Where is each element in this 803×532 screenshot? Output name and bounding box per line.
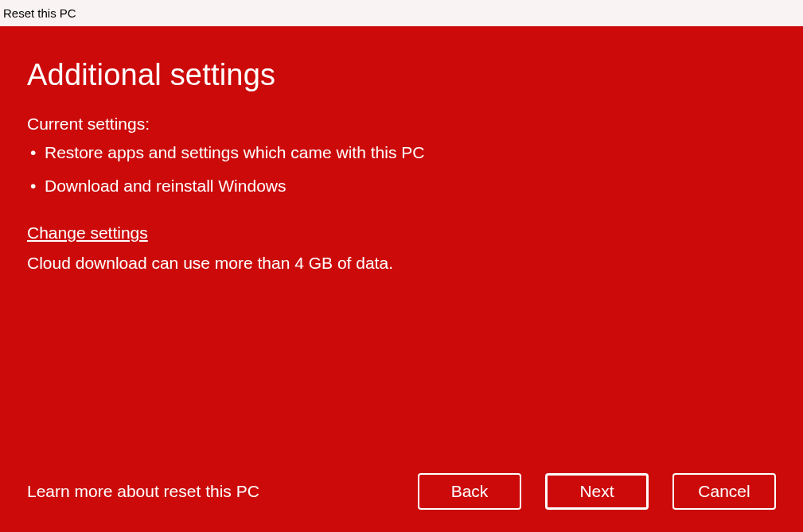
page-heading: Additional settings [27, 58, 776, 92]
dialog-footer: Learn more about reset this PC Back Next… [27, 473, 776, 510]
cancel-button[interactable]: Cancel [672, 473, 776, 510]
dialog-body: Additional settings Current settings: Re… [0, 26, 803, 532]
learn-more-link[interactable]: Learn more about reset this PC [27, 482, 259, 501]
current-settings-list: Restore apps and settings which came wit… [27, 142, 776, 209]
data-usage-note: Cloud download can use more than 4 GB of… [27, 254, 776, 273]
window-title: Reset this PC [3, 6, 76, 20]
change-settings-link[interactable]: Change settings [27, 223, 776, 243]
list-item: Download and reinstall Windows [27, 175, 776, 197]
window-titlebar: Reset this PC [0, 0, 803, 26]
next-button[interactable]: Next [545, 473, 649, 510]
button-row: Back Next Cancel [418, 473, 776, 510]
back-button[interactable]: Back [418, 473, 521, 510]
current-settings-label: Current settings: [27, 115, 776, 134]
list-item: Restore apps and settings which came wit… [27, 142, 776, 164]
